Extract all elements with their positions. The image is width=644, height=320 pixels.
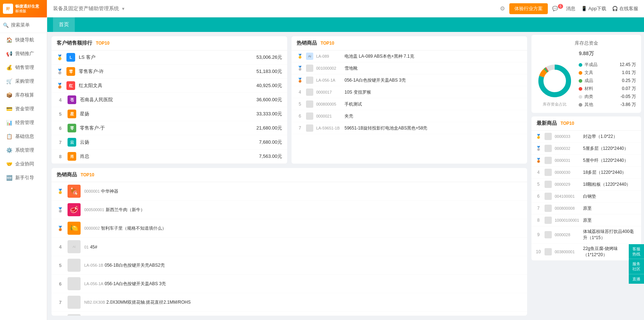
legend-row-3: 成品 0.25 万	[579, 78, 636, 84]
logo-icon: 好	[3, 4, 13, 14]
customer-name-2: 零售客户-许	[79, 68, 253, 75]
hot-rank-4: 4	[57, 244, 64, 250]
bs-code-6: 0000021	[316, 114, 342, 118]
rank-row-8: 8 肖 肖总 7,563.00元	[52, 149, 287, 164]
hot-name-7: 2.0X30MM双搓花轴.搓花直径2.1MM/ROHS	[106, 300, 191, 305]
sidebar-item-label: 销售管理	[15, 64, 34, 71]
inventory-icon: 📦	[6, 92, 12, 98]
hot-code-6: LA-056-1A	[84, 282, 103, 286]
message-button[interactable]: 💬 6 消息	[552, 5, 575, 12]
left-panels: 客户销售额排行 TOP10 🥇 L LS 客户 53,006.26元 🥈 零	[47, 32, 531, 320]
sidebar-item-inventory[interactable]: 📦 库存核算	[0, 88, 47, 102]
service-community-button[interactable]: 服务社区	[629, 259, 644, 274]
lr-rank-8: 8	[535, 218, 542, 223]
bs-code-2: 001000002	[316, 66, 342, 70]
online-service-label: 在线客服	[619, 5, 638, 12]
medal-1: 🥇	[57, 54, 63, 60]
sidebar-item-label: 资金管理	[15, 106, 34, 112]
mobile-icon: 📱	[581, 6, 587, 11]
hot-row-3: 🥉 🍋 0000002 智利车子里（规格不知道填什么）	[52, 219, 527, 238]
sidebar-item-purchase[interactable]: 🛒 采购管理	[0, 74, 47, 88]
customer-name-6: 零售客户-于	[80, 125, 253, 131]
hot-img-4: Ai	[68, 240, 81, 253]
lr-rank-9: 9	[535, 232, 542, 237]
lr-icon-4	[545, 169, 552, 176]
hot-row-5: 5 LA-056-1B 056-1B白色按键开关壳ABS2壳	[52, 256, 527, 275]
lr-code-9: 0000028	[555, 233, 580, 237]
bs-icon-2	[306, 65, 313, 72]
trial-plan-button[interactable]: 体验行业方案	[509, 3, 548, 14]
sidebar-item-marketing[interactable]: 📢 营销推广	[0, 47, 47, 61]
settings-icon[interactable]: ⚙	[500, 5, 505, 12]
customer-amount-1: 53,006.26元	[256, 54, 282, 61]
hot-name-2: 新西兰牛肉（新牛）	[106, 207, 145, 212]
legend-name-1: 半成品	[579, 62, 598, 68]
legend-val-5: -0.05 万	[620, 94, 636, 100]
medal-3: 🥉	[57, 83, 63, 89]
bs-rank-4: 4	[297, 90, 303, 95]
logo-badge: 标准版	[15, 9, 39, 14]
sidebar-item-label: 基础信息	[15, 133, 34, 140]
latest-products-header: 最新商品 TOP10	[531, 116, 641, 131]
hot-row-2: 🥈 🥩 000500001 新西兰牛肉（新牛）	[52, 201, 527, 219]
hot-products-title: 热销商品 TOP10	[57, 172, 94, 178]
lr-name-9: 体城荔枝味苏打饮品400毫升（1*15）	[583, 229, 637, 241]
bs-code-3: LA-056-1A	[316, 78, 342, 82]
bs-name-7: 59651-1B旋转投影灯电池盒ABS黑色+58壳	[345, 125, 522, 131]
lr-icon-1	[545, 133, 552, 140]
sub-navigation: 首页	[47, 17, 644, 32]
sidebar-item-label: 库存核算	[15, 92, 34, 98]
right-panel: 库存总资金 9.88万	[531, 32, 644, 320]
sidebar-item-label: 新手引导	[15, 175, 34, 181]
app-download-button[interactable]: 📱 App下载	[581, 5, 606, 12]
rank-row-6: 6 零 零售客户-于 21,680.00元	[52, 121, 287, 135]
sidebar-item-system[interactable]: ⚙️ 系统管理	[0, 143, 47, 157]
sidebar-item-shortcuts[interactable]: 🏠 快捷导航	[0, 33, 47, 47]
bs-name-1: 电池盖 LA-089 ABS本色+黑种 7.1克	[345, 53, 522, 60]
customer-name-8: 肖总	[80, 153, 255, 160]
rank-row-4: 4 苍 苍南县人民医院 36,600.00元	[52, 93, 287, 107]
hot-name-5: 056-1B白色按键开关壳ABS2壳	[105, 263, 164, 268]
legend-row-4: 材料 0.07 万	[579, 86, 636, 92]
search-menu-button[interactable]: 🔍 搜索菜单	[3, 20, 44, 30]
nav-item-home[interactable]: 首页	[53, 17, 75, 32]
lr-row-7: 7 000800008 原垩	[531, 202, 641, 214]
bs-row-5: 5 000800005 手机测试	[292, 98, 527, 110]
legend-dot-2	[579, 71, 582, 75]
sidebar-item-operations[interactable]: 📊 经营管理	[0, 116, 47, 130]
sidebar-item-sales[interactable]: 💰 销售管理	[0, 61, 47, 74]
medal-2: 🥈	[57, 69, 63, 74]
hot-img-1: 🍖	[68, 185, 81, 198]
live-stream-button[interactable]: 直播	[629, 274, 644, 284]
hot-img-7	[68, 296, 81, 309]
online-service-button[interactable]: 🎧 在线客服	[612, 5, 638, 12]
rank-row-1: 🥇 L LS 客户 53,006.26元	[52, 50, 287, 65]
sidebar-search-area: 🔍 搜索菜单	[0, 17, 47, 33]
bs-row-1: 🥇 Ai LA-089 电池盖 LA-089 ABS本色+黑种 7.1克	[292, 50, 527, 62]
legend-val-3: 0.25 万	[622, 78, 636, 84]
customer-service-hotline-button[interactable]: 客服热线	[629, 244, 644, 259]
legend-name-2: 文具	[579, 70, 593, 76]
latest-products-panel: 最新商品 TOP10 🥇 0000033 封边带（1.0*22） 🥈 00000…	[531, 116, 641, 260]
system-title-text: 装备及固定资产辅助管理系统	[53, 5, 119, 12]
customer-name-7: 云扬	[80, 139, 255, 145]
bs-icon-5	[306, 100, 313, 108]
rank-num-4: 4	[57, 97, 64, 103]
avatar-4: 苍	[68, 95, 76, 104]
sidebar-item-cooperation[interactable]: 🤝 企业协同	[0, 157, 47, 171]
bs-name-6: 夹壳	[345, 113, 522, 119]
legend-name-3: 成品	[579, 78, 593, 84]
bs-name-2: 雪地靴	[345, 65, 522, 71]
sidebar-item-finance[interactable]: 💳 资金管理	[0, 102, 47, 116]
sidebar-item-basics[interactable]: 📋 基础信息	[0, 130, 47, 143]
latest-products-list: 🥇 0000033 封边带（1.0*22） 🥈 0000032 5厘多层（122…	[531, 131, 641, 260]
hot-row-8: 8 0000011 12070519-xs	[52, 312, 527, 316]
customer-name-4: 苍南县人民医院	[80, 97, 253, 103]
hot-code-2: 000500001	[84, 208, 104, 212]
hot-rank-5: 5	[57, 263, 64, 268]
logo-text-block: 畅捷通好生意 标准版	[15, 4, 39, 14]
rank-num-7: 7	[57, 140, 64, 145]
lr-row-4: 4 0000030 18多层（1220*2440）	[531, 167, 641, 179]
bs-code-7: LA-59651-1B	[316, 126, 342, 130]
sidebar-item-newbie[interactable]: 🆕 新手引导	[0, 171, 47, 185]
